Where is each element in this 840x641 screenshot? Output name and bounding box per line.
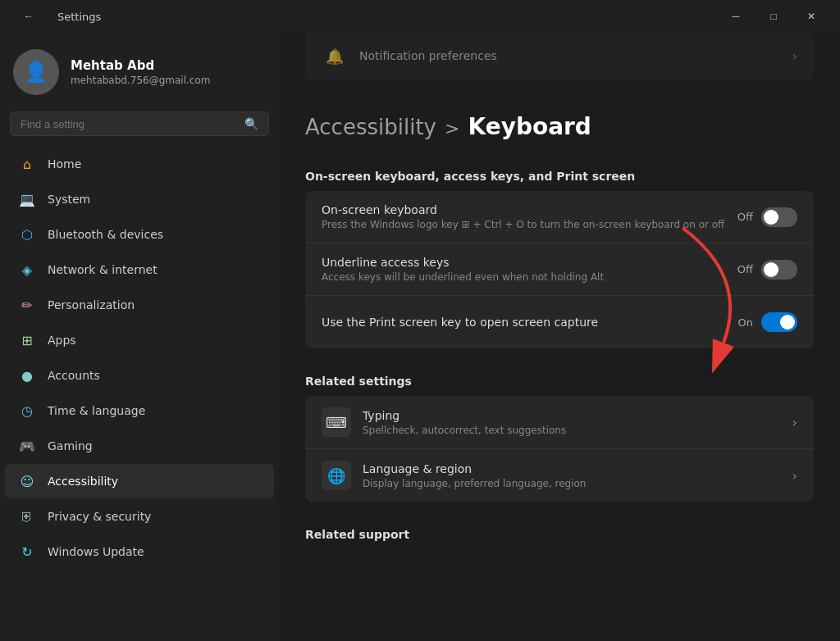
avatar: 👤 [13,49,59,95]
minimize-button[interactable]: ─ [717,3,755,30]
sidebar-item-home[interactable]: ⌂ Home [5,147,274,181]
related-info-language: Language & region Display language, pref… [363,462,781,489]
related-chevron-language: › [792,468,797,484]
privacy-icon: ⛨ [18,507,36,525]
toggle-label-underline-access-keys: Off [737,263,753,275]
sidebar-item-privacy[interactable]: ⛨ Privacy & security [5,499,274,534]
page-header: Accessibility > Keyboard [305,90,814,157]
user-info: Mehtab Abd mehtababd.756@gmail.com [71,58,210,86]
sidebar-item-system[interactable]: 💻 System [5,182,274,216]
network-icon: ◈ [18,261,36,279]
sidebar-item-label-privacy: Privacy & security [48,510,151,523]
sidebar-item-label-accessibility: Accessibility [48,475,118,488]
settings-desc-underline-access-keys: Access keys will be underlined even when… [322,271,737,283]
personalization-icon: ✏ [18,296,36,314]
related-info-typing: Typing Spellcheck, autocorrect, text sug… [363,409,781,436]
home-icon: ⌂ [18,155,36,173]
settings-desc-on-screen-keyboard: Press the Windows logo key ⊞ + Ctrl + O … [322,219,737,230]
settings-row-print-screen-key: Use the Print screen key to open screen … [305,296,814,348]
settings-right-print-screen-key: On [738,312,797,332]
gaming-icon: 🎮 [18,437,36,455]
sidebar-item-network[interactable]: ◈ Network & internet [5,252,274,287]
toggle-on-screen-keyboard[interactable] [761,207,797,227]
settings-right-underline-access-keys: Off [737,260,797,280]
sidebar: 👤 Mehtab Abd mehtababd.756@gmail.com 🔍 ⌂… [0,33,279,641]
apps-icon: ⊞ [18,331,36,349]
related-title-typing: Typing [363,409,781,422]
titlebar-title: Settings [57,11,101,23]
search-container: 🔍 [0,108,279,146]
titlebar-controls: ─ □ ✕ [717,3,830,30]
settings-row-on-screen-keyboard: On-screen keyboard Press the Windows log… [305,191,814,243]
maximize-button[interactable]: □ [755,3,792,30]
related-row-language[interactable]: 🌐 Language & region Display language, pr… [305,449,814,502]
toggle-label-print-screen-key: On [738,316,753,329]
notification-chevron-icon: › [792,48,797,64]
settings-title-on-screen-keyboard: On-screen keyboard [322,203,737,216]
related-settings-title: Related settings [305,361,814,396]
sidebar-item-update[interactable]: ↻ Windows Update [5,534,274,569]
sidebar-item-gaming[interactable]: 🎮 Gaming [5,429,274,463]
sidebar-item-accessibility[interactable]: ☺ Accessibility [5,464,274,498]
toggle-thumb-on-screen-keyboard [764,210,778,225]
search-box: 🔍 [10,111,269,136]
sidebar-item-label-gaming: Gaming [48,439,93,452]
settings-right-on-screen-keyboard: Off [737,207,797,227]
breadcrumb: Accessibility > Keyboard [305,113,814,140]
sidebar-item-bluetooth[interactable]: ⬡ Bluetooth & devices [5,217,274,252]
related-desc-language: Display language, preferred language, re… [363,478,781,489]
sidebar-item-label-update: Windows Update [48,545,144,558]
related-row-typing[interactable]: ⌨ Typing Spellcheck, autocorrect, text s… [305,396,814,449]
accounts-icon: ● [18,366,36,384]
time-icon: ◷ [18,402,36,420]
sidebar-item-time[interactable]: ◷ Time & language [5,393,274,428]
sidebar-item-label-accounts: Accounts [48,369,100,382]
toggle-underline-access-keys[interactable] [761,260,797,280]
settings-title-underline-access-keys: Underline access keys [322,256,737,269]
breadcrumb-current: Keyboard [468,113,591,140]
search-input[interactable] [21,118,238,130]
settings-title-print-screen-key: Use the Print screen key to open screen … [322,316,738,329]
toggle-thumb-print-screen-key [780,315,795,330]
sidebar-item-label-apps: Apps [48,334,76,347]
sidebar-item-accounts[interactable]: ● Accounts [5,358,274,393]
section-title: On-screen keyboard, access keys, and Pri… [305,157,814,191]
main-content-wrapper: 🔔 Notification preferences › Accessibili… [305,33,814,549]
related-support-title: Related support [305,515,814,549]
notification-text: Notification preferences [359,49,781,62]
search-icon: 🔍 [244,117,258,130]
settings-info-underline-access-keys: Underline access keys Access keys will b… [322,256,737,283]
sidebar-item-label-time: Time & language [48,404,145,417]
settings-card: On-screen keyboard Press the Windows log… [305,191,814,348]
related-settings-card: ⌨ Typing Spellcheck, autocorrect, text s… [305,396,814,502]
sidebar-item-label-bluetooth: Bluetooth & devices [48,228,163,241]
notification-icon: 🔔 [322,43,348,69]
sidebar-item-personalization[interactable]: ✏ Personalization [5,288,274,322]
related-chevron-typing: › [792,415,797,430]
close-button[interactable]: ✕ [792,3,830,30]
related-icon-typing: ⌨ [322,407,351,437]
settings-row-underline-access-keys: Underline access keys Access keys will b… [305,243,814,296]
sidebar-item-label-network: Network & internet [48,263,158,276]
toggle-thumb-underline-access-keys [764,262,778,277]
breadcrumb-separator: > [445,118,459,139]
settings-info-print-screen-key: Use the Print screen key to open screen … [322,316,738,329]
breadcrumb-parent[interactable]: Accessibility [305,115,436,139]
user-email: mehtababd.756@gmail.com [71,75,210,86]
sidebar-nav: ⌂ Home 💻 System ⬡ Bluetooth & devices ◈ … [0,146,279,570]
main-content: 🔔 Notification preferences › Accessibili… [279,33,840,641]
sidebar-item-label-home: Home [48,157,81,170]
back-button[interactable]: ← [10,3,48,30]
system-icon: 💻 [18,190,36,208]
related-title-language: Language & region [363,462,781,475]
user-name: Mehtab Abd [71,58,210,73]
sidebar-item-apps[interactable]: ⊞ Apps [5,323,274,357]
notification-row: 🔔 Notification preferences › [305,33,814,80]
titlebar-left: ← Settings [10,3,101,30]
toggle-print-screen-key[interactable] [761,312,797,332]
bluetooth-icon: ⬡ [18,225,36,243]
related-desc-typing: Spellcheck, autocorrect, text suggestion… [363,425,781,436]
accessibility-icon: ☺ [18,472,36,490]
update-icon: ↻ [18,543,36,561]
settings-info-on-screen-keyboard: On-screen keyboard Press the Windows log… [322,203,737,230]
